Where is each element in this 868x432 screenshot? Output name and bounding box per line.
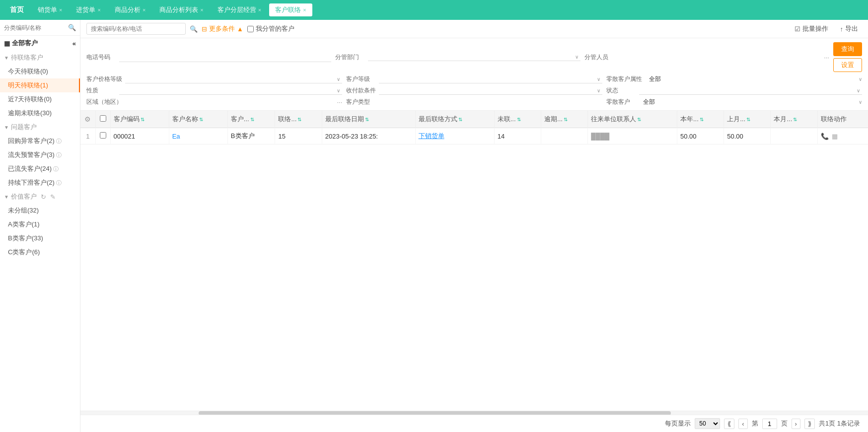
search-icon[interactable]: 🔍 — [68, 24, 76, 31]
dept-select[interactable]: ∨ — [368, 53, 580, 61]
sidebar-search-input[interactable] — [4, 24, 66, 31]
status-select[interactable]: ∨ — [639, 87, 862, 95]
manager-label: 分管人员 — [584, 53, 614, 62]
select-all-checkbox[interactable] — [100, 115, 106, 122]
col-overdue[interactable]: 逾期...⇅ — [541, 111, 588, 128]
col-code[interactable]: 客户编码⇅ — [110, 111, 169, 128]
price-level-select[interactable]: ∨ — [125, 75, 342, 83]
col-contact-person[interactable]: 往来单位联系人⇅ — [588, 111, 677, 128]
sidebar-item-warning[interactable]: 流失预警客户(3) ⓘ — [0, 148, 80, 162]
nav-customer-contact[interactable]: 客户联络 × — [269, 3, 312, 16]
nav-customer-layer[interactable]: 客户分层经营 × — [212, 3, 267, 16]
export-btn[interactable]: ↑ 导出 — [836, 23, 863, 35]
set-button[interactable]: 设置 — [833, 58, 862, 72]
close-icon[interactable]: × — [200, 7, 203, 13]
my-customers-checkbox[interactable]: 我分管的客户 — [247, 24, 294, 33]
sidebar-item-c-class[interactable]: C类客户(6) — [0, 245, 80, 259]
col-last-method[interactable]: 最后联络方式⇅ — [415, 111, 494, 128]
sidebar-group-pending[interactable]: 待联络客户 — [0, 51, 80, 65]
dept-label: 分管部门 — [335, 53, 365, 62]
nav-product-analysis[interactable]: 商品分析 × — [109, 3, 151, 16]
status-label: 状态 — [606, 86, 636, 95]
col-this-year[interactable]: 本年...⇅ — [677, 111, 723, 128]
sidebar-group-value[interactable]: 价值客户 ↻ ✎ — [0, 190, 80, 204]
contact-method-link[interactable]: 下销货单 — [419, 132, 444, 140]
retail-customer-label: 零散客户 — [606, 98, 636, 106]
nav-salesman[interactable]: 销货单 × — [32, 3, 68, 16]
col-last-date[interactable]: 最后联络日期⇅ — [322, 111, 415, 128]
col-name[interactable]: 客户名称⇅ — [169, 111, 227, 128]
per-page-select[interactable]: 50 100 200 — [695, 418, 720, 429]
sidebar-item-declining[interactable]: 持续下滑客户(2) ⓘ — [0, 176, 80, 190]
manager-dots[interactable]: ··· — [824, 54, 829, 61]
search-input[interactable] — [86, 23, 186, 35]
col-contact[interactable]: 联络...⇅ — [275, 111, 322, 128]
more-conditions-btn[interactable]: ⊟ 更多条件 ▲ — [202, 24, 243, 33]
gender-select[interactable]: ∨ — [119, 87, 342, 95]
row-last-method[interactable]: 下销货单 — [415, 128, 494, 144]
last-page-btn[interactable]: ⟫ — [804, 419, 815, 429]
sidebar-item-a-class[interactable]: A类客户(1) — [0, 217, 80, 231]
col-this-month[interactable]: 本月...⇅ — [771, 111, 817, 128]
row-no-contact: 14 — [494, 128, 541, 144]
next-page-btn[interactable]: › — [792, 419, 800, 429]
sidebar-all-customers[interactable]: ▦ 全部客户 « — [0, 36, 80, 51]
horizontal-scrollbar[interactable] — [80, 411, 868, 415]
row-name: Ea — [169, 128, 227, 144]
close-icon[interactable]: × — [59, 7, 62, 13]
adv-filter-row-4: 区域（地区） ··· 客户类型 零散客户 全部 ∨ — [86, 98, 862, 106]
sidebar-item-tomorrow[interactable]: 明天待联络(1) — [0, 78, 80, 92]
prev-page-btn[interactable]: ‹ — [738, 419, 747, 429]
collapse-icon[interactable]: « — [72, 40, 76, 47]
filter-retail-customer: 零散客户 全部 ∨ — [606, 98, 862, 106]
col-checkbox[interactable] — [95, 111, 110, 128]
nav-product-list[interactable]: 商品分析列表 × — [153, 3, 209, 16]
page-number-input[interactable] — [762, 419, 777, 429]
batch-ops-btn[interactable]: ☑ 批量操作 — [791, 23, 832, 35]
sidebar-item-lost[interactable]: 已流失客户(24) ⓘ — [0, 162, 80, 176]
region-dots[interactable]: ··· — [337, 98, 342, 106]
payment-select[interactable]: ∨ — [379, 87, 602, 95]
retail-customer-arrow[interactable]: ∨ — [859, 99, 862, 105]
grid-action-icon[interactable]: ▦ — [832, 133, 838, 140]
gear-icon[interactable]: ⚙ — [84, 115, 91, 123]
col-type[interactable]: 客户...⇅ — [227, 111, 275, 128]
filter-gender: 性质 ∨ — [86, 86, 342, 95]
close-icon[interactable]: × — [97, 7, 100, 13]
adv-filter-row-2: 客户价格等级 ∨ 客户等级 ∨ 零散客户属性 全部 ∨ — [86, 75, 862, 83]
filter-retail-attr: 零散客户属性 全部 ∨ — [606, 75, 862, 83]
col-action: 联络动作 — [817, 111, 868, 128]
filter-manager: 分管人员 ··· — [584, 53, 829, 62]
nav-home[interactable]: 首页 — [4, 3, 30, 16]
phone-input[interactable] — [119, 53, 331, 62]
query-button[interactable]: 查询 — [833, 42, 862, 56]
sidebar-item-today[interactable]: 今天待联络(0) — [0, 65, 80, 78]
row-checkbox[interactable] — [100, 132, 106, 139]
retail-attr-arrow[interactable]: ∨ — [859, 76, 862, 82]
sidebar-item-7days[interactable]: 近7天待联络(0) — [0, 92, 80, 106]
export-icon: ↑ — [840, 25, 844, 33]
page-label: 第 — [752, 419, 758, 428]
checkbox-icon: ☑ — [795, 25, 800, 33]
close-icon[interactable]: × — [258, 7, 261, 13]
sidebar-item-overdue[interactable]: 逾期未联络(30) — [0, 106, 80, 120]
my-customers-check[interactable] — [247, 26, 254, 32]
close-icon[interactable]: × — [143, 7, 145, 13]
nav-purchase[interactable]: 进货单 × — [70, 3, 106, 16]
sidebar-item-b-class[interactable]: B类客户(33) — [0, 231, 80, 245]
search-icon[interactable]: 🔍 — [190, 25, 198, 33]
sidebar-item-ungrouped[interactable]: 未分组(32) — [0, 204, 80, 217]
sidebar-item-abnormal[interactable]: 回购异常客户(2) ⓘ — [0, 134, 80, 148]
row-type: B类客户 — [227, 128, 275, 144]
first-page-btn[interactable]: ⟪ — [724, 419, 734, 429]
close-icon[interactable]: × — [303, 7, 306, 13]
col-gear[interactable]: ⚙ — [80, 111, 95, 128]
customer-level-select[interactable]: ∨ — [379, 75, 602, 83]
phone-action-icon[interactable]: 📞 — [821, 133, 829, 140]
col-last-month[interactable]: 上月...⇅ — [724, 111, 771, 128]
row-checkbox-cell[interactable] — [95, 128, 110, 144]
row-actions[interactable]: 📞 ▦ — [817, 128, 868, 144]
col-no-contact[interactable]: 未联...⇅ — [494, 111, 541, 128]
row-this-month — [771, 128, 817, 144]
sidebar-group-problem[interactable]: 问题客户 — [0, 120, 80, 134]
